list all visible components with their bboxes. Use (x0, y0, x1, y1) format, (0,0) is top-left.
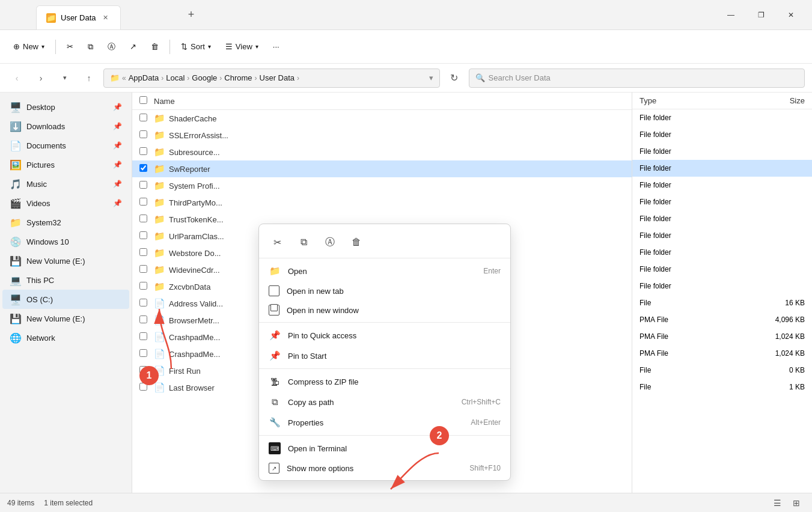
row-checkbox[interactable] (139, 147, 147, 155)
row-checkbox[interactable] (139, 332, 147, 340)
new-button[interactable]: ⊕ New ▾ (7, 38, 50, 55)
delete-button[interactable]: 🗑 (145, 38, 165, 55)
refresh-button[interactable]: ↻ (445, 69, 464, 88)
breadcrumb-chrome[interactable]: Chrome (224, 73, 252, 82)
file-name: UrlParamClas... (169, 232, 224, 241)
name-column-header[interactable]: Name (154, 97, 516, 106)
table-row[interactable]: 📁SwReporter (132, 160, 632, 177)
sidebar-label-newvolume: New Volume (E:) (26, 257, 122, 266)
row-checkbox[interactable] (139, 282, 147, 290)
sidebar-label-desktop: Desktop (26, 103, 108, 112)
file-name: Last Browser (169, 383, 215, 392)
expand-button[interactable]: ▾ (55, 69, 75, 88)
new-tab-button[interactable]: + (183, 6, 200, 23)
breadcrumb-dropdown[interactable]: ▾ (429, 73, 433, 82)
sidebar-item-newvolume[interactable]: 💾 New Volume (E:) (2, 251, 129, 270)
select-all-checkbox[interactable] (139, 96, 154, 106)
breadcrumb-local[interactable]: Local (166, 73, 185, 82)
ctx-pin-quick[interactable]: 📌 Pin to Quick access (259, 325, 510, 346)
table-row[interactable]: 📁System Profi... (132, 177, 632, 194)
context-menu: ✂ ⧉ Ⓐ 🗑 📁 Open Enter Open in new tab (258, 224, 511, 481)
row-checkbox[interactable] (139, 265, 147, 273)
share-button[interactable]: ↗ (124, 38, 142, 55)
ctx-properties[interactable]: 🔧 Properties Alt+Enter (259, 412, 510, 433)
sort-button[interactable]: ⇅ Sort ▾ (175, 38, 217, 55)
breadcrumb-appdata[interactable]: AppData (129, 73, 159, 82)
pictures-icon: 🖼️ (10, 159, 22, 171)
view-button[interactable]: ☰ View ▾ (219, 38, 264, 55)
row-checkbox[interactable] (139, 130, 147, 138)
back-button[interactable]: ‹ (7, 69, 26, 88)
sidebar-item-pictures[interactable]: 🖼️ Pictures 📌 (2, 155, 129, 174)
ctx-open-new-window[interactable]: Open in new window (259, 300, 510, 320)
right-row: File folder (632, 227, 812, 244)
ctx-sep-2 (259, 368, 510, 369)
ctx-copy-path-shortcut: Ctrl+Shift+C (462, 398, 501, 406)
main-content: 🖥️ Desktop 📌 ⬇️ Downloads 📌 📄 Documents … (0, 93, 812, 493)
ctx-copy-button[interactable]: ⧉ (293, 231, 314, 253)
list-view-button[interactable]: ☰ (769, 496, 786, 510)
cut-icon: ✂ (67, 42, 73, 51)
ctx-cut-button[interactable]: ✂ (266, 231, 288, 253)
up-button[interactable]: ↑ (79, 69, 99, 88)
row-checkbox[interactable] (139, 114, 147, 121)
rename-button[interactable]: Ⓐ (102, 38, 121, 56)
search-box[interactable]: 🔍 Search User Data (469, 69, 805, 88)
sidebar-item-documents[interactable]: 📄 Documents 📌 (2, 136, 129, 155)
ctx-pin-start[interactable]: 📌 Pin to Start (259, 346, 510, 366)
breadcrumb[interactable]: 📁 « AppData › Local › Google › Chrome › … (103, 69, 440, 88)
sidebar-item-network[interactable]: 🌐 Network (2, 328, 129, 347)
header-checkbox[interactable] (139, 96, 147, 104)
type-value: File folder (640, 265, 751, 273)
ctx-delete-button[interactable]: 🗑 (346, 231, 367, 253)
sidebar-item-newvolume2[interactable]: 💾 New Volume (E:) (2, 309, 129, 328)
table-row[interactable]: 📁SSLErrorAssist... (132, 127, 632, 144)
ctx-properties-icon: 🔧 (269, 416, 281, 428)
forward-button[interactable]: › (31, 69, 50, 88)
table-row[interactable]: 📁Subresource... (132, 144, 632, 160)
folder-icon: 📁 (154, 197, 165, 208)
sidebar-item-music[interactable]: 🎵 Music 📌 (2, 174, 129, 194)
row-checkbox[interactable] (139, 299, 147, 306)
item-count: 49 items (7, 499, 34, 507)
sidebar-item-windows10[interactable]: 💿 Windows 10 (2, 232, 129, 251)
close-button[interactable]: ✕ (777, 5, 805, 25)
sidebar-item-system32[interactable]: 📁 System32 (2, 213, 129, 232)
row-checkbox[interactable] (139, 349, 147, 357)
ctx-open-new-tab[interactable]: Open in new tab (259, 281, 510, 300)
row-checkbox[interactable] (139, 164, 147, 172)
ctx-rename-button[interactable]: Ⓐ (319, 231, 341, 253)
row-checkbox[interactable] (139, 215, 147, 222)
sidebar-item-videos[interactable]: 🎬 Videos 📌 (2, 194, 129, 213)
row-checkbox[interactable] (139, 181, 147, 189)
sidebar-label-windows10: Windows 10 (26, 237, 122, 246)
copy-button[interactable]: ⧉ (82, 38, 99, 55)
minimize-button[interactable]: — (717, 5, 745, 25)
ctx-copy-path[interactable]: ⧉ Copy as path Ctrl+Shift+C (259, 392, 510, 412)
file-name: System Profi... (169, 181, 220, 190)
sidebar-item-thispc[interactable]: 💻 This PC (2, 270, 129, 290)
ctx-compress-label: Compress to ZIP file (288, 377, 501, 386)
ctx-open[interactable]: 📁 Open Enter (259, 261, 510, 281)
thispc-icon: 💻 (10, 275, 22, 286)
sidebar-item-downloads[interactable]: ⬇️ Downloads 📌 (2, 117, 129, 136)
tab-close-button[interactable]: ✕ (101, 13, 111, 23)
breadcrumb-userdata[interactable]: User Data (260, 73, 295, 82)
sidebar-item-osc[interactable]: 🖥️ OS (C:) (2, 290, 129, 309)
ctx-compress[interactable]: 🗜 Compress to ZIP file (259, 371, 510, 392)
row-checkbox[interactable] (139, 198, 147, 206)
more-button[interactable]: ··· (267, 38, 285, 55)
row-checkbox[interactable] (139, 248, 147, 256)
active-tab[interactable]: 📁 User Data ✕ (36, 5, 121, 29)
breadcrumb-google[interactable]: Google (192, 73, 217, 82)
row-checkbox[interactable] (139, 231, 147, 239)
table-row[interactable]: 📁ShaderCache (132, 110, 632, 127)
maximize-button[interactable]: ❐ (747, 5, 775, 25)
grid-view-button[interactable]: ⊞ (788, 496, 805, 510)
rename-icon: Ⓐ (108, 41, 115, 52)
sidebar-item-desktop[interactable]: 🖥️ Desktop 📌 (2, 97, 129, 117)
row-checkbox[interactable] (139, 315, 147, 323)
table-row[interactable]: 📁ThirdPartyMo... (132, 194, 632, 211)
cut-button[interactable]: ✂ (61, 38, 79, 55)
right-row-selected: File folder (632, 160, 812, 177)
